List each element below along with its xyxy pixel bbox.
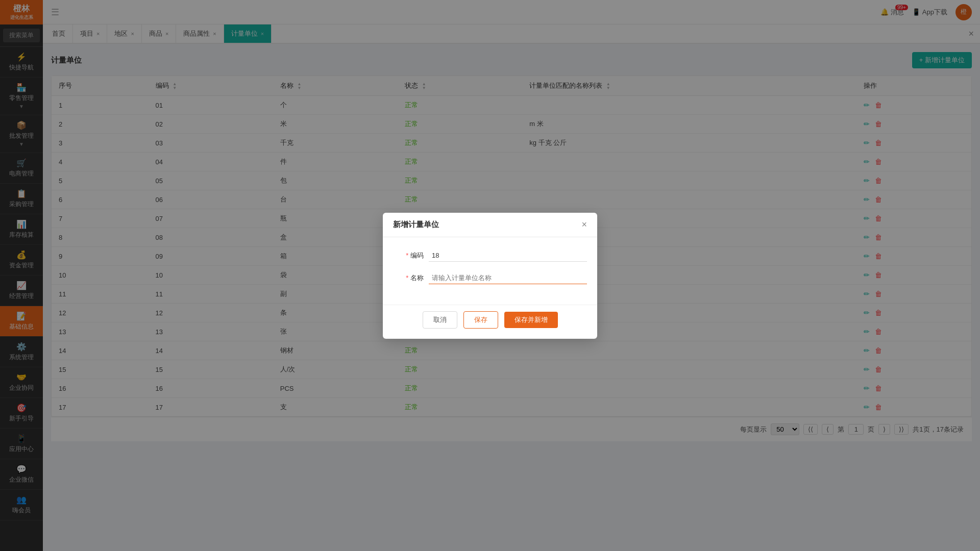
modal-body: 编码 名称	[383, 237, 597, 303]
modal-footer: 取消 保存 保存并新增	[383, 305, 597, 339]
add-unit-modal: 新增计量单位 × 编码 名称 取消 保存 保存并新增	[383, 213, 597, 339]
code-label: 编码	[393, 251, 424, 260]
code-form-row: 编码	[393, 249, 587, 262]
name-form-row: 名称	[393, 272, 587, 284]
save-and-new-button[interactable]: 保存并新增	[504, 312, 558, 328]
name-label: 名称	[393, 273, 424, 283]
name-input[interactable]	[429, 272, 587, 284]
cancel-button[interactable]: 取消	[423, 311, 457, 329]
modal-close-button[interactable]: ×	[581, 220, 587, 229]
modal-header: 新增计量单位 ×	[383, 213, 597, 237]
modal-overlay: 新增计量单位 × 编码 名称 取消 保存 保存并新增	[0, 0, 980, 551]
modal-title: 新增计量单位	[393, 220, 439, 230]
code-input[interactable]	[429, 249, 587, 262]
save-button[interactable]: 保存	[463, 311, 498, 329]
